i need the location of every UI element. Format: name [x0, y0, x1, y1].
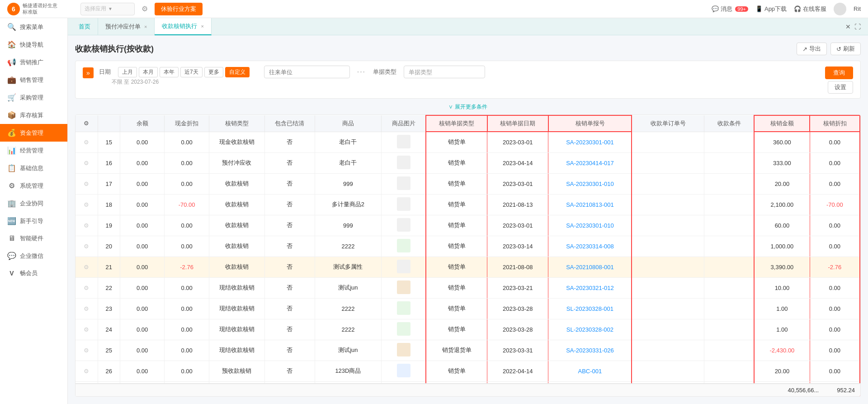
date-this-month-btn[interactable]: 本月 — [139, 67, 158, 77]
col-writeoff-discount: 核销折扣 — [810, 115, 860, 132]
col-writeoff-type: 核销类型 — [209, 115, 264, 132]
bill-report-no-link[interactable]: SA-20230314-008 — [566, 243, 614, 250]
bill-report-no-link[interactable]: SA-20230331-026 — [566, 347, 614, 354]
col-included-cleared-cell: 否 — [264, 298, 315, 319]
sidebar-item-guide[interactable]: 🆕 新手引导 — [0, 212, 67, 230]
bill-report-no-link[interactable]: ABC-001 — [578, 368, 602, 375]
marketing-icon: 📢 — [7, 58, 16, 67]
col-writeoff-discount-cell: -70.00 — [810, 194, 860, 215]
col-receipt-condition-cell — [704, 132, 754, 152]
bill-report-no-link[interactable]: SL-20230328-001 — [566, 305, 613, 312]
message-icon: 💬 — [712, 5, 719, 12]
dropdown-arrow-icon: ▼ — [108, 6, 113, 11]
tabs-actions: ✕ ⛶ — [845, 23, 864, 30]
table-row: ⚙ 20 0.00 0.00 收款核销 否 2222 销货单 2023-03-1… — [75, 236, 860, 257]
date-last-month-btn[interactable]: 上月 — [118, 67, 137, 77]
bill-report-no-link[interactable]: SA-20230321-012 — [566, 285, 614, 291]
col-bill-report-date-cell: 2023-04-14 — [487, 152, 548, 173]
bill-report-no-link[interactable]: SA-20210808-001 — [566, 264, 614, 271]
sidebar-item-search[interactable]: 🔍 搜索菜单 — [0, 18, 67, 36]
col-index-cell: 17 — [98, 173, 120, 194]
bill-type-select[interactable]: 单据类型 — [404, 66, 485, 78]
filter-expand-icon[interactable]: » — [83, 67, 94, 78]
tab-maximize-button[interactable]: ⛶ — [854, 23, 861, 30]
sidebar-item-operations[interactable]: 📊 经营管理 — [0, 142, 67, 159]
col-cash-discount-cell: -2.76 — [165, 257, 209, 277]
date-more-btn[interactable]: 更多 — [204, 67, 223, 77]
expand-conditions-button[interactable]: ∨ 展开更多条件 — [448, 103, 487, 111]
sidebar-item-wechat[interactable]: 💬 企业微信 — [0, 247, 67, 265]
sidebar-item-member[interactable]: V 畅会员 — [0, 265, 67, 282]
col-bill-report-type-cell: 销货单 — [426, 173, 487, 194]
online-service-item[interactable]: 🎧 在线客服 — [794, 5, 826, 13]
col-bill-report-type-cell: 销货单 — [426, 319, 487, 340]
sidebar-item-finance[interactable]: 💰 资金管理 — [0, 124, 67, 142]
col-writeoff-type-cell: 预付冲应收 — [209, 152, 264, 173]
sidebar-item-system[interactable]: ⚙ 系统管理 — [0, 177, 67, 195]
bill-report-no-link[interactable]: SA-20230301-001 — [566, 139, 614, 146]
sidebar-item-purchase[interactable]: 🛒 采购管理 — [0, 89, 67, 106]
search-icon: 🔍 — [7, 23, 16, 31]
col-included-cleared-cell: 否 — [264, 152, 315, 173]
date-custom-btn[interactable]: 自定义 — [225, 67, 250, 77]
col-writeoff-amount-cell: 360.00 — [754, 132, 810, 152]
tab-prepay-close-icon[interactable]: × — [144, 24, 147, 29]
query-button[interactable]: 查询 — [825, 67, 853, 79]
col-writeoff-amount-cell: 3,390.00 — [754, 257, 810, 277]
sidebar-item-label: 智能硬件 — [20, 234, 43, 242]
sidebar-item-marketing[interactable]: 📢 营销推广 — [0, 53, 67, 71]
bill-report-no-link[interactable]: SA-20210813-001 — [566, 201, 614, 208]
sidebar-item-inventory[interactable]: 📦 库存核算 — [0, 106, 67, 124]
col-balance-cell: 0.00 — [120, 152, 164, 173]
industry-solution-button[interactable]: 休验行业方案 — [155, 3, 203, 15]
bill-report-no-link[interactable]: SA-20230301-010 — [566, 222, 614, 229]
sidebar-item-sales[interactable]: 💼 销售管理 — [0, 71, 67, 89]
tab-prepay[interactable]: 预付冲应付单 × — [98, 18, 155, 35]
tab-close-window-button[interactable]: ✕ — [845, 23, 851, 30]
col-bill-report-type-cell: 销货单 — [426, 215, 487, 236]
sidebar-item-quick-nav[interactable]: 🏠 快捷导航 — [0, 36, 67, 53]
col-bill-report-type-cell: 销货单 — [426, 298, 487, 319]
bill-report-no-link[interactable]: SA-20230414-017 — [566, 160, 614, 166]
col-gear-cell: ⚙ — [75, 173, 98, 194]
col-receipt-condition-cell — [704, 215, 754, 236]
table-row: ⚙ 26 0.00 0.00 预收款核销 否 123D商品 销货单 2022-0… — [75, 361, 860, 381]
filter-settings-button[interactable]: 设置 — [828, 81, 853, 94]
sidebar-item-enterprise[interactable]: 🏢 企业协同 — [0, 195, 67, 212]
purchase-icon: 🛒 — [7, 93, 16, 102]
col-writeoff-discount-cell: 0.00 — [810, 132, 860, 152]
sidebar-item-hardware[interactable]: 🖥 智能硬件 — [0, 230, 67, 247]
col-bill-report-no-cell: SL-20230328-002 — [548, 319, 632, 340]
col-product-img-cell — [382, 194, 426, 215]
col-product-img-cell — [382, 215, 426, 236]
col-product-cell: 2222 — [315, 319, 382, 340]
sidebar-item-basic-info[interactable]: 📋 基础信息 — [0, 159, 67, 177]
date-7days-btn[interactable]: 近7天 — [180, 67, 203, 77]
tab-collection-close-icon[interactable]: × — [201, 24, 203, 29]
settings-icon-button[interactable]: ⚙ — [138, 3, 151, 15]
col-gear-cell: ⚙ — [75, 236, 98, 257]
app-download-item[interactable]: 📱 App下载 — [755, 5, 787, 13]
export-button[interactable]: ↗ 导出 — [797, 43, 827, 55]
tab-collection-label: 收款核销执行 — [162, 22, 197, 30]
refresh-button[interactable]: ↺ 刷新 — [830, 43, 861, 55]
hardware-icon: 🖥 — [7, 234, 16, 242]
col-writeoff-discount-cell: 0.00 — [810, 361, 860, 381]
table-row: ⚙ 18 0.00 -70.00 收款核销 否 多计量商品2 销货单 2021-… — [75, 194, 860, 215]
col-cash-discount-cell: 0.00 — [165, 173, 209, 194]
messages-nav-item[interactable]: 💬 消息 99+ — [712, 5, 748, 13]
page-content: 收款核销执行(按收款) ↗ 导出 ↺ 刷新 » — [68, 35, 868, 404]
tab-home[interactable]: 首页 — [71, 18, 98, 35]
operations-icon: 📊 — [7, 146, 16, 155]
bill-report-no-link[interactable]: SA-20230301-010 — [566, 181, 614, 187]
col-cash-discount-cell: 0.00 — [165, 215, 209, 236]
col-receipt-order-no-cell — [632, 194, 704, 215]
table-row: ⚙ 24 0.00 0.00 现结收款核销 否 2222 销货单 2023-03… — [75, 319, 860, 340]
app-selector[interactable]: 选择应用 ▼ — [80, 3, 135, 15]
trading-partner-input[interactable] — [264, 66, 350, 78]
bill-report-no-link[interactable]: SL-20230328-002 — [566, 326, 613, 333]
date-this-year-btn[interactable]: 本年 — [160, 67, 179, 77]
col-index-cell: 22 — [98, 277, 120, 298]
tab-collection[interactable]: 收款核销执行 × — [155, 18, 211, 35]
date-buttons: 上月 本月 本年 近7天 更多 自定义 — [118, 67, 250, 77]
